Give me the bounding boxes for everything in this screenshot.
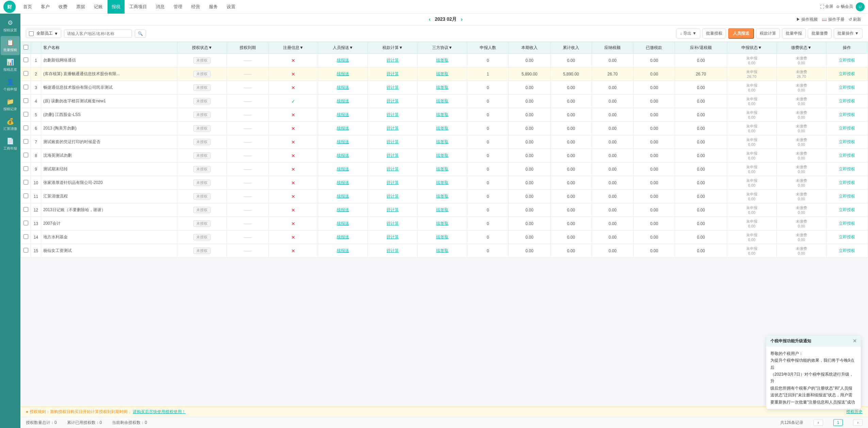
operation-manual-btn[interactable]: 📖 操作手册 — [822, 17, 844, 22]
nav-message[interactable]: 消息 — [152, 0, 169, 14]
row-personnel[interactable]: 续报送 — [318, 244, 368, 258]
col-declare-count[interactable]: 申报人数 — [467, 42, 509, 54]
user-avatar[interactable]: U — [856, 2, 865, 11]
row-personnel[interactable]: 续报送 — [318, 122, 368, 135]
sidebar-item-tax-record[interactable]: 📁 报税记录 — [1, 95, 20, 114]
nav-billing[interactable]: 收费 — [54, 0, 71, 14]
row-personnel[interactable]: 续报送 — [318, 176, 368, 190]
row-tri-agreement[interactable]: 续签取 — [417, 217, 467, 230]
row-tax-calc[interactable]: 待计算 — [368, 162, 417, 176]
row-action[interactable]: 立即授权 — [826, 190, 868, 203]
row-tax-calc[interactable]: 待计算 — [368, 230, 417, 244]
row-action[interactable]: 立即授权 — [826, 81, 868, 95]
prev-month-btn[interactable]: ‹ — [429, 16, 430, 22]
row-tax-calc[interactable]: 待计算 — [368, 135, 417, 149]
row-personnel[interactable]: 续报送 — [318, 217, 368, 230]
row-personnel[interactable]: 续报送 — [318, 108, 368, 122]
row-tri-agreement[interactable]: 续签取 — [417, 203, 467, 217]
record-link[interactable]: 授权历史 — [846, 409, 863, 415]
export-btn[interactable]: ↓ 导出 ▼ — [676, 29, 700, 38]
row-tax-calc[interactable]: 待计算 — [368, 54, 417, 67]
popup-close-btn[interactable]: ✕ — [853, 338, 857, 344]
row-action[interactable]: 立即授权 — [826, 108, 868, 122]
row-tax-calc[interactable]: 待计算 — [368, 190, 417, 203]
row-tri-agreement[interactable]: 续签取 — [417, 108, 467, 122]
sidebar-item-batch-tax[interactable]: 📋 批量报税 — [1, 36, 20, 55]
batch-pay-btn[interactable]: 批量缴费 — [808, 29, 832, 38]
col-auth-status[interactable]: 授权状态▼ — [177, 42, 227, 54]
row-personnel[interactable]: 续报送 — [318, 95, 368, 108]
row-personnel[interactable]: 续报送 — [318, 190, 368, 203]
row-tax-calc[interactable]: 待计算 — [368, 67, 417, 81]
row-action[interactable]: 立即授权 — [826, 95, 868, 108]
col-current-income[interactable]: 本期收入 — [509, 42, 550, 54]
select-all-checkbox[interactable] — [23, 45, 28, 50]
purchase-link[interactable]: 请购买后尽快使用授权使用！ — [133, 409, 186, 414]
col-declare-status[interactable]: 申报状态▼ — [727, 42, 776, 54]
row-tri-agreement[interactable]: 续签取 — [417, 122, 467, 135]
col-tax-calc[interactable]: 税款计算▼ — [368, 42, 417, 54]
col-total-income[interactable]: 累计收入 — [550, 42, 592, 54]
member-btn[interactable]: ♔ 畅会员 — [836, 4, 853, 10]
row-action[interactable]: 立即授权 — [826, 244, 868, 258]
row-tri-agreement[interactable]: 续签取 — [417, 81, 467, 95]
row-tri-agreement[interactable]: 续签取 — [417, 67, 467, 81]
nav-invoice[interactable]: 票据 — [72, 0, 89, 14]
pagination-page[interactable]: 1 — [833, 419, 843, 426]
row-tax-calc[interactable]: 待计算 — [368, 149, 417, 162]
next-month-btn[interactable]: › — [461, 16, 462, 22]
row-checkbox[interactable] — [23, 85, 28, 89]
row-checkbox[interactable] — [23, 193, 28, 198]
col-tax-amount[interactable]: 应纳税额 — [592, 42, 633, 54]
col-paid-tax[interactable]: 已缴税款 — [633, 42, 675, 54]
tax-calc-btn[interactable]: 税款计算 — [756, 29, 780, 38]
row-tax-calc[interactable]: 待计算 — [368, 108, 417, 122]
search-button[interactable]: 🔍 — [135, 30, 146, 38]
nav-accounting[interactable]: 记账 — [90, 0, 107, 14]
pagination-prev[interactable]: ‹ — [814, 419, 823, 426]
sidebar-item-tax-settings[interactable]: ⚙ 报税设置 — [1, 16, 20, 35]
row-personnel[interactable]: 续报送 — [318, 67, 368, 81]
row-checkbox[interactable] — [23, 180, 28, 185]
row-checkbox[interactable] — [23, 125, 28, 130]
sidebar-item-tax-overview[interactable]: 📊 报税总览 — [1, 56, 20, 75]
row-tri-agreement[interactable]: 续签取 — [417, 244, 467, 258]
search-input[interactable] — [64, 30, 132, 38]
employee-filter[interactable]: 全部员工 ▼ — [26, 29, 61, 38]
operation-video-btn[interactable]: ▶ 操作视频 — [796, 17, 818, 22]
col-auth-expire[interactable]: 授权到期 — [227, 42, 268, 54]
app-logo[interactable]: 财 — [3, 1, 16, 13]
nav-manage[interactable]: 管理 — [169, 0, 186, 14]
row-tri-agreement[interactable]: 续签取 — [417, 162, 467, 176]
row-tax-calc[interactable]: 待计算 — [368, 81, 417, 95]
nav-settings[interactable]: 设置 — [223, 0, 240, 14]
row-checkbox[interactable] — [23, 139, 28, 144]
row-checkbox[interactable] — [23, 234, 28, 239]
row-personnel[interactable]: 续报送 — [318, 81, 368, 95]
row-personnel[interactable]: 续报送 — [318, 54, 368, 67]
row-checkbox[interactable] — [23, 71, 28, 76]
row-tri-agreement[interactable]: 续签取 — [417, 176, 467, 190]
pagination-next[interactable]: › — [853, 419, 863, 426]
row-checkbox[interactable] — [23, 207, 28, 212]
row-tri-agreement[interactable]: 续签取 — [417, 135, 467, 149]
row-checkbox[interactable] — [23, 221, 28, 225]
fullscreen-btn[interactable]: ⛶ 全屏 — [820, 4, 833, 10]
row-action[interactable]: 立即授权 — [826, 217, 868, 230]
row-tri-agreement[interactable]: 续签取 — [417, 190, 467, 203]
col-personnel[interactable]: 人员报送▼ — [318, 42, 368, 54]
row-action[interactable]: 立即授权 — [826, 230, 868, 244]
nav-business[interactable]: 工商项目 — [125, 0, 151, 14]
row-action[interactable]: 立即授权 — [826, 122, 868, 135]
nav-client[interactable]: 客户 — [37, 0, 54, 14]
row-tri-agreement[interactable]: 续签取 — [417, 149, 467, 162]
nav-home[interactable]: 首页 — [19, 0, 36, 14]
row-checkbox[interactable] — [23, 57, 28, 62]
batch-ops-btn[interactable]: 批量操作 ▼ — [834, 29, 863, 38]
nav-tax[interactable]: 报税 — [108, 0, 125, 14]
row-action[interactable]: 立即授权 — [826, 67, 868, 81]
row-action[interactable]: 立即授权 — [826, 203, 868, 217]
nav-operation[interactable]: 经营 — [187, 0, 204, 14]
row-checkbox[interactable] — [23, 248, 28, 253]
col-tri-agreement[interactable]: 三方协议▼ — [417, 42, 467, 54]
